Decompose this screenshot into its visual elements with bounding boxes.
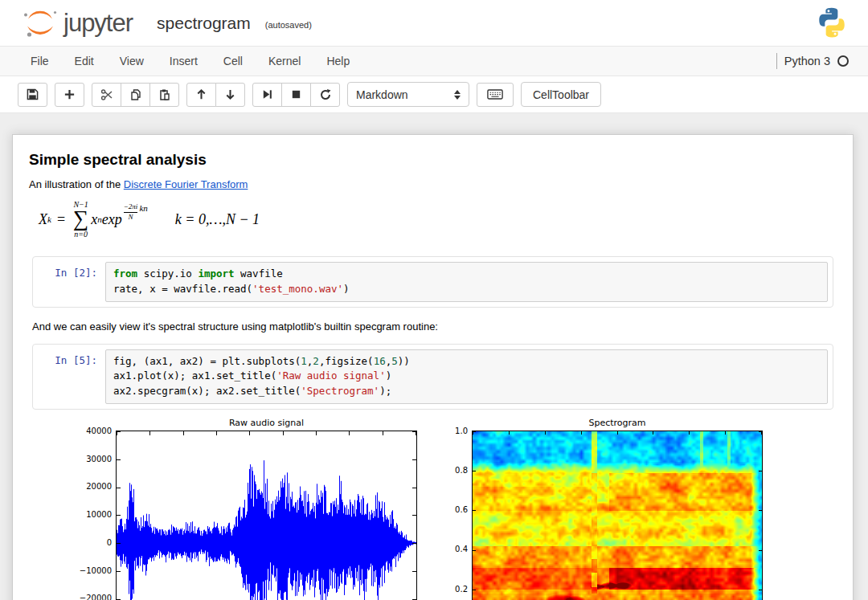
markdown-intro: An illustration of the Discrete Fourier … bbox=[29, 178, 837, 190]
waveform-plot bbox=[116, 431, 417, 600]
menu-cell[interactable]: Cell bbox=[211, 47, 256, 76]
summation-symbol: N−1 ∑ n=0 bbox=[73, 200, 88, 239]
code-cell-2: In [5]: fig, (ax1, ax2) = plt.subplots(1… bbox=[32, 344, 833, 410]
kernel-name: Python 3 bbox=[784, 55, 830, 67]
cell-type-value: Markdown bbox=[356, 88, 408, 101]
python-logo-icon bbox=[815, 4, 849, 44]
cell-type-select[interactable]: Markdown bbox=[347, 82, 469, 107]
spectrogram-title: Spectrogram bbox=[472, 418, 763, 428]
cut-icon bbox=[100, 88, 113, 101]
spectrogram-plot bbox=[472, 431, 763, 600]
paste-icon bbox=[158, 88, 171, 101]
jupyter-logo-icon bbox=[23, 9, 58, 38]
move-up-icon bbox=[195, 88, 207, 100]
code-cell-1: In [2]: from scipy.io import wavfile rat… bbox=[32, 256, 833, 308]
jupyter-wordmark: jupyter bbox=[63, 9, 133, 38]
menu-view[interactable]: View bbox=[107, 47, 157, 76]
kernel-idle-icon bbox=[837, 55, 849, 67]
save-icon bbox=[27, 88, 39, 100]
add-cell-button[interactable] bbox=[55, 83, 84, 107]
run-icon bbox=[261, 88, 273, 100]
code-editor-2[interactable]: fig, (ax1, ax2) = plt.subplots(1,2,figsi… bbox=[105, 349, 828, 404]
stop-icon bbox=[290, 88, 302, 100]
cut-button[interactable] bbox=[92, 83, 121, 107]
kernel-separator bbox=[776, 53, 777, 69]
notebook-container: Simple spectral analysis An illustration… bbox=[12, 134, 854, 600]
interrupt-kernel-button[interactable] bbox=[281, 83, 311, 107]
code-editor-1[interactable]: from scipy.io import wavfile rate, x = w… bbox=[105, 262, 828, 302]
toolbar: Markdown CellToolbar bbox=[0, 76, 868, 113]
menu-file[interactable]: File bbox=[18, 47, 62, 76]
markdown-paragraph: And we can easily view it's spectral str… bbox=[32, 320, 837, 333]
notebook-site: Simple spectral analysis An illustration… bbox=[0, 113, 868, 600]
dft-formula: Xk = N−1 ∑ n=0 xn exp −2πi N kn k = 0,…,… bbox=[39, 198, 837, 240]
move-cell-up-button[interactable] bbox=[186, 83, 216, 107]
refresh-icon bbox=[319, 88, 332, 101]
cell-output-figures: Raw audio signal 400003000020000100000−1… bbox=[29, 418, 837, 600]
select-arrows-icon bbox=[454, 90, 461, 100]
waveform-yticks: 400003000020000100000−10000−20000−30000 bbox=[79, 431, 116, 600]
add-cell-icon bbox=[63, 88, 76, 100]
autosave-status: (autosaved) bbox=[265, 20, 312, 30]
run-cell-button[interactable] bbox=[252, 83, 282, 107]
spectrogram-yticks: 1.00.80.60.40.20.0 bbox=[444, 431, 472, 600]
menu-insert[interactable]: Insert bbox=[157, 47, 211, 76]
markdown-heading: Simple spectral analysis bbox=[29, 151, 837, 169]
command-palette-button[interactable] bbox=[477, 83, 514, 107]
notebook-title[interactable]: spectrogram bbox=[157, 14, 251, 33]
notebook-header: jupyter spectrogram (autosaved) bbox=[0, 0, 868, 46]
menu-edit[interactable]: Edit bbox=[62, 47, 107, 76]
move-down-icon bbox=[224, 88, 236, 100]
spectrogram-figure: Spectrogram 1.00.80.60.40.20.0 bbox=[444, 418, 763, 600]
keyboard-icon bbox=[487, 88, 503, 100]
copy-button[interactable] bbox=[121, 83, 150, 107]
menubar: File Edit View Insert Cell Kernel Help P… bbox=[0, 46, 868, 76]
move-cell-down-button[interactable] bbox=[215, 83, 245, 107]
dft-link[interactable]: Discrete Fourier Transform bbox=[124, 178, 248, 190]
celltoolbar-button[interactable]: CellToolbar bbox=[521, 82, 601, 107]
input-prompt: In [5]: bbox=[38, 349, 105, 404]
copy-icon bbox=[129, 88, 142, 101]
save-button[interactable] bbox=[18, 83, 47, 107]
menu-help[interactable]: Help bbox=[313, 47, 362, 76]
waveform-title: Raw audio signal bbox=[116, 418, 417, 428]
jupyter-logo[interactable]: jupyter bbox=[23, 9, 133, 38]
waveform-figure: Raw audio signal 400003000020000100000−1… bbox=[79, 418, 417, 600]
input-prompt: In [2]: bbox=[38, 262, 105, 302]
menu-kernel[interactable]: Kernel bbox=[256, 47, 313, 76]
restart-kernel-button[interactable] bbox=[310, 83, 340, 107]
paste-button[interactable] bbox=[149, 83, 179, 107]
